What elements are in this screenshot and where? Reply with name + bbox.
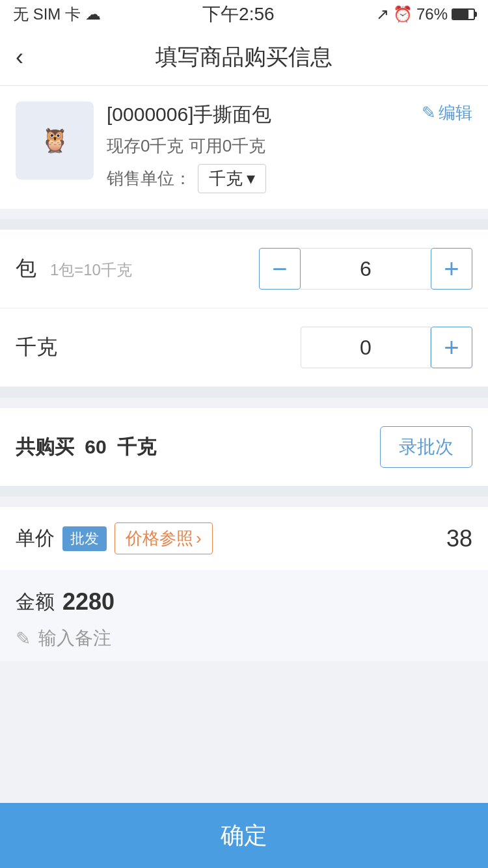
batch-button[interactable]: 录批次 (380, 426, 472, 468)
quantity-section: 包 1包=10千克 − + 千克 + (0, 230, 488, 387)
unit-label: 销售单位： (107, 167, 191, 190)
confirm-button[interactable]: 确定 (221, 820, 267, 852)
product-name: [0000006]手撕面包 (107, 102, 271, 128)
price-ref-label: 价格参照 (126, 527, 193, 550)
price-label-row: 单价 批发 价格参照 › (16, 522, 213, 554)
product-unit-row: 销售单位： 千克 ▾ (107, 164, 472, 193)
remark-row[interactable]: ✎ 输入备注 (16, 626, 472, 651)
battery-label: 76% (416, 5, 448, 23)
product-stock: 现存0千克 可用0千克 (107, 135, 472, 157)
page-title: 填写商品购买信息 (156, 42, 332, 72)
bao-row: 包 1包=10千克 − + (0, 230, 488, 308)
unit-select[interactable]: 千克 ▾ (198, 164, 266, 193)
back-button[interactable]: ‹ (16, 44, 23, 71)
product-info: [0000006]手撕面包 ✎ 编辑 现存0千克 可用0千克 销售单位： 千克 … (107, 102, 472, 193)
kilogram-label: 千克 (16, 333, 301, 362)
nav-bar: ‹ 填写商品购买信息 (0, 29, 488, 86)
kilogram-row: 千克 + (0, 308, 488, 387)
edit-icon: ✎ (422, 103, 436, 123)
divider-1 (0, 219, 488, 230)
amount-section: 金额 2280 ✎ 输入备注 (0, 570, 488, 661)
dropdown-icon: ▾ (247, 169, 255, 189)
product-thumbnail: 🦉 (16, 102, 94, 180)
price-ref-button[interactable]: 价格参照 › (115, 522, 213, 554)
confirm-bar[interactable]: 确定 (0, 803, 488, 868)
bao-minus-button[interactable]: − (259, 248, 301, 290)
alarm-icon: ⏰ (393, 5, 413, 23)
edit-label: 编辑 (439, 102, 472, 124)
nav-icon: ↗ (376, 5, 389, 23)
batch-tag: 批发 (62, 526, 107, 551)
kilogram-controls: + (301, 327, 472, 368)
status-bar: 无 SIM 卡 ☁ 下午2:56 ↗ ⏰ 76% (0, 0, 488, 29)
amount-label: 金额 (16, 589, 55, 616)
battery-icon (452, 8, 475, 20)
total-section: 共购买 60 千克 录批次 (0, 408, 488, 486)
status-right: ↗ ⏰ 76% (376, 5, 475, 23)
bao-hint: 1包=10千克 (50, 261, 132, 278)
bao-input[interactable] (301, 248, 431, 290)
product-section: 🦉 [0000006]手撕面包 ✎ 编辑 现存0千克 可用0千克 销售单位： 千… (0, 86, 488, 209)
edit-button[interactable]: ✎ 编辑 (422, 102, 472, 124)
price-ref-arrow: › (196, 528, 202, 549)
status-time: 下午2:56 (202, 2, 275, 27)
total-unit: 千克 (117, 436, 156, 457)
amount-value: 2280 (62, 588, 115, 616)
total-label: 共购买 60 千克 (16, 434, 156, 461)
kilogram-plus-button[interactable]: + (431, 327, 472, 368)
divider-2 (0, 387, 488, 398)
bao-label: 包 1包=10千克 (16, 254, 259, 283)
price-label: 单价 (16, 525, 55, 552)
bao-controls: − + (259, 248, 472, 290)
price-value: 38 (446, 525, 472, 552)
remark-placeholder: 输入备注 (38, 626, 111, 651)
bao-plus-button[interactable]: + (431, 248, 472, 290)
amount-row: 金额 2280 (16, 588, 472, 616)
product-thumb-icon: 🦉 (40, 127, 70, 154)
status-left: 无 SIM 卡 ☁ (13, 4, 101, 25)
total-prefix: 共购买 (16, 436, 74, 457)
product-header-row: [0000006]手撕面包 ✎ 编辑 (107, 102, 472, 135)
divider-3 (0, 486, 488, 496)
remark-icon: ✎ (16, 628, 31, 649)
total-quantity: 60 (85, 436, 106, 457)
unit-value: 千克 (209, 167, 243, 190)
sim-label: 无 SIM 卡 ☁ (13, 4, 101, 25)
price-section: 单价 批发 价格参照 › 38 (0, 507, 488, 570)
kilogram-input[interactable] (301, 327, 431, 368)
